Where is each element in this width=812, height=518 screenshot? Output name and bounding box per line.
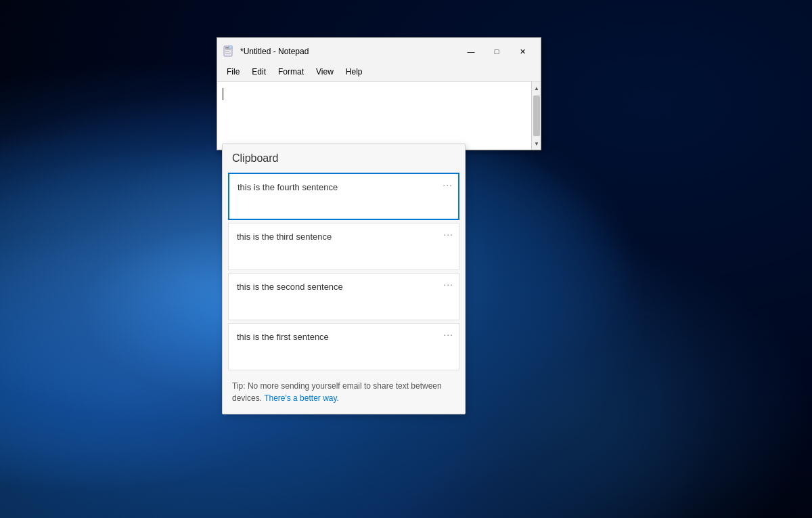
scroll-up-arrow[interactable]: ▲	[532, 83, 541, 93]
menu-format[interactable]: Format	[273, 65, 309, 79]
clipboard-tip-link[interactable]: There's a better way.	[264, 393, 339, 403]
editor-area[interactable]: ▲ ▼	[217, 82, 541, 150]
clipboard-item-2-text: this is the third sentence	[237, 232, 332, 242]
vertical-scrollbar[interactable]: ▲ ▼	[531, 82, 541, 150]
menu-edit[interactable]: Edit	[246, 65, 271, 79]
window-title: *Untitled - Notepad	[240, 47, 458, 56]
svg-rect-2	[225, 49, 231, 50]
clipboard-item-4-text: this is the first sentence	[237, 332, 329, 342]
clipboard-tip: Tip: No more sending yourself email to s…	[223, 373, 465, 414]
clipboard-header: Clipboard	[223, 144, 465, 170]
clipboard-item-3-text: this is the second sentence	[237, 282, 343, 292]
svg-rect-5	[229, 45, 232, 49]
menu-view[interactable]: View	[311, 65, 339, 79]
close-button[interactable]: ✕	[510, 42, 535, 61]
menu-bar: File Edit Format View Help	[217, 64, 541, 82]
window-controls: — □ ✕	[458, 42, 535, 61]
notepad-window: *Untitled - Notepad — □ ✕ File Edit Form…	[217, 37, 541, 150]
clipboard-item-1[interactable]: this is the fourth sentence ···	[228, 173, 459, 220]
clipboard-item-1-menu[interactable]: ···	[443, 179, 453, 190]
title-bar: *Untitled - Notepad — □ ✕	[217, 38, 541, 64]
svg-rect-4	[225, 53, 231, 53]
maximize-button[interactable]: □	[484, 42, 510, 61]
clipboard-item-3-menu[interactable]: ···	[443, 279, 453, 290]
scrollbar-thumb[interactable]	[533, 95, 540, 136]
clipboard-item-2[interactable]: this is the third sentence ···	[228, 223, 459, 270]
clipboard-item-2-menu[interactable]: ···	[443, 229, 453, 240]
text-cursor	[223, 88, 223, 100]
clipboard-item-4[interactable]: this is the first sentence ···	[228, 323, 459, 370]
notepad-icon	[223, 45, 235, 58]
clipboard-item-4-menu[interactable]: ···	[443, 329, 453, 340]
clipboard-item-1-text: this is the fourth sentence	[238, 182, 338, 192]
menu-help[interactable]: Help	[340, 65, 368, 79]
clipboard-panel: Clipboard this is the fourth sentence ··…	[222, 144, 466, 414]
clipboard-item-3[interactable]: this is the second sentence ···	[228, 273, 459, 320]
minimize-button[interactable]: —	[458, 42, 484, 61]
svg-rect-3	[225, 51, 229, 52]
menu-file[interactable]: File	[221, 65, 245, 79]
scroll-down-arrow[interactable]: ▼	[532, 139, 541, 148]
